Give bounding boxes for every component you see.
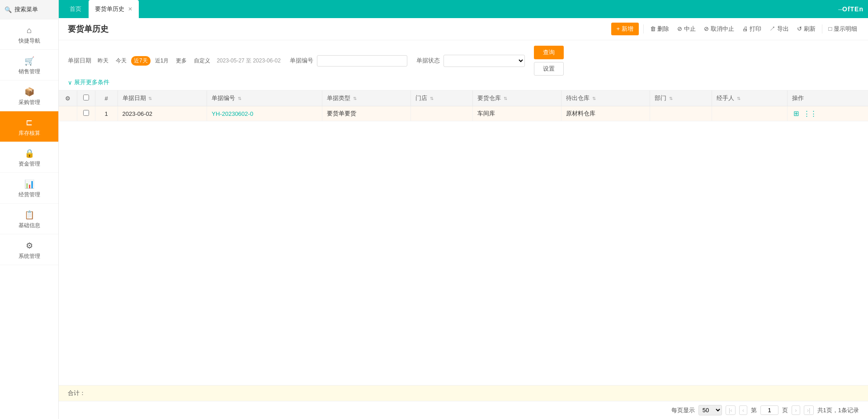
refresh-button[interactable]: ↺ 刷新 — [795, 25, 817, 33]
last-page-button[interactable]: ›| — [804, 405, 814, 415]
doc-number-input[interactable] — [317, 55, 407, 67]
sidebar-item-label: 采购管理 — [19, 99, 40, 106]
select-all-checkbox[interactable] — [83, 95, 89, 100]
settings-button[interactable]: 设置 — [534, 62, 564, 76]
row-operation: ⊞ ⋮⋮ — [787, 106, 868, 121]
prev-page-button[interactable]: ‹ — [739, 405, 747, 415]
sidebar-item-label: 快捷导航 — [19, 37, 40, 45]
view-icon[interactable]: ⊞ — [793, 110, 799, 117]
brand-logo: OfTEn — [842, 5, 863, 13]
date-btn-last7days[interactable]: 近7天 — [131, 56, 151, 66]
row-store — [411, 106, 473, 121]
date-btn-last1month[interactable]: 近1月 — [152, 56, 172, 66]
sidebar-item-quick-nav[interactable]: ⌂ 快捷导航 — [0, 19, 58, 50]
header-actions: + 新增 🗑 删除 ⊘ 中止 ⊘ 取消中止 🖨 打印 ↗ 导出 ↺ 刷新 □ 显… — [611, 23, 859, 35]
col-doc-date[interactable]: 单据日期 ⇅ — [118, 90, 207, 106]
inventory-icon: ⊏ — [26, 118, 33, 128]
new-button[interactable]: + 新增 — [611, 23, 639, 35]
date-filter-label: 单据日期 — [68, 57, 91, 65]
sidebar-item-basicinfo[interactable]: 📋 基础信息 — [0, 204, 58, 234]
col-store[interactable]: 门店 ⇅ — [411, 90, 473, 106]
tab-requisition-history-label: 要货单历史 — [95, 5, 124, 13]
sidebar-item-purchase[interactable]: 📦 采购管理 — [0, 81, 58, 111]
sidebar-search[interactable]: 🔍 搜索菜单 — [0, 0, 58, 19]
export-button[interactable]: ↗ 导出 — [768, 25, 791, 33]
sidebar-search-label: 搜索菜单 — [14, 5, 38, 14]
col-settings[interactable]: ⚙ — [59, 90, 77, 106]
date-btn-custom[interactable]: 自定义 — [191, 56, 213, 66]
data-table: ⚙ # 单据日期 ⇅ 单据编号 — [59, 90, 868, 121]
chevron-down-icon: ∨ — [68, 79, 72, 86]
settings-col-icon: ⚙ — [65, 95, 71, 102]
content-area: 要货单历史 + 新增 🗑 删除 ⊘ 中止 ⊘ 取消中止 🖨 打印 ↗ 导出 ↺ … — [59, 18, 868, 419]
main-area: 首页 要货单历史 ✕ — □ ✕ OfTEn 要货单历史 + 新增 🗑 删除 — [59, 0, 868, 419]
summary-label: 合计： — [68, 390, 85, 396]
delete-button[interactable]: 🗑 删除 — [648, 25, 671, 33]
doc-status-select[interactable] — [443, 55, 525, 67]
tab-home[interactable]: 首页 — [63, 0, 88, 18]
filter-area: 单据日期 昨天 今天 近7天 近1月 更多 自定义 2023-05-27 至 2… — [59, 40, 868, 90]
date-btn-today[interactable]: 今天 — [113, 56, 129, 66]
date-btn-yesterday[interactable]: 昨天 — [95, 56, 111, 66]
col-department[interactable]: 部门 ⇅ — [650, 90, 712, 106]
row-checkbox[interactable] — [83, 110, 89, 116]
sort-icon-req-warehouse: ⇅ — [504, 96, 507, 101]
sort-icon-pending-warehouse: ⇅ — [592, 96, 596, 101]
sidebar-item-sales[interactable]: 🛒 销售管理 — [0, 50, 58, 81]
sidebar-item-finance[interactable]: 🔒 资金管理 — [0, 142, 58, 173]
row-num: 1 — [95, 106, 118, 121]
tab-home-label: 首页 — [70, 5, 81, 13]
show-detail-button[interactable]: □ 显示明细 — [827, 25, 859, 33]
page-number-input[interactable] — [760, 405, 778, 415]
tab-close-icon[interactable]: ✕ — [128, 6, 132, 12]
col-pending-warehouse[interactable]: 待出仓库 ⇅ — [561, 90, 650, 106]
date-range-display: 2023-05-27 至 2023-06-02 — [217, 57, 280, 65]
table-row: 1 2023-06-02 YH-20230602-0 要货单要货 车间库 原材料… — [59, 106, 868, 121]
sidebar-item-inventory[interactable]: ⊏ 库存核算 — [0, 111, 58, 142]
page-header: 要货单历史 + 新增 🗑 删除 ⊘ 中止 ⊘ 取消中止 🖨 打印 ↗ 导出 ↺ … — [59, 18, 868, 40]
first-page-button[interactable]: |‹ — [726, 405, 736, 415]
expand-more-conditions[interactable]: ∨ 展开更多条件 — [68, 78, 859, 86]
sidebar-item-label: 资金管理 — [19, 160, 40, 168]
page-title: 要货单历史 — [68, 24, 108, 34]
print-button[interactable]: 🖨 打印 — [741, 25, 764, 33]
top-bar-right: — □ ✕ OfTEn — [838, 6, 863, 13]
col-doc-type[interactable]: 单据类型 ⇅ — [322, 90, 411, 106]
sidebar-item-operations[interactable]: 📊 经营管理 — [0, 173, 58, 204]
doc-number-link[interactable]: YH-20230602-0 — [212, 110, 253, 117]
col-doc-number[interactable]: 单据编号 ⇅ — [207, 90, 322, 106]
sort-icon-doc-number: ⇅ — [238, 96, 241, 101]
stop-button[interactable]: ⊘ 中止 — [675, 25, 698, 33]
query-button[interactable]: 查询 — [534, 46, 564, 59]
date-btn-more[interactable]: 更多 — [173, 56, 189, 66]
expand-btn-label: 展开更多条件 — [74, 78, 109, 86]
tab-requisition-history[interactable]: 要货单历史 ✕ — [89, 0, 139, 18]
col-checkbox — [77, 90, 95, 106]
search-icon: 🔍 — [5, 6, 12, 13]
col-req-warehouse[interactable]: 要货仓库 ⇅ — [473, 90, 561, 106]
sidebar-item-system[interactable]: ⚙ 系统管理 — [0, 234, 58, 265]
sort-icon-doc-type: ⇅ — [353, 96, 357, 101]
sidebar-item-label: 销售管理 — [19, 68, 40, 76]
total-info: 共1页，1条记录 — [817, 406, 859, 414]
date-quick-buttons: 昨天 今天 近7天 近1月 更多 自定义 — [95, 56, 213, 66]
more-icon[interactable]: ⋮⋮ — [803, 110, 817, 117]
system-icon: ⚙ — [26, 241, 33, 251]
row-doc-type: 要货单要货 — [322, 106, 411, 121]
row-department — [650, 106, 712, 121]
purchase-icon: 📦 — [24, 87, 34, 97]
col-num: # — [95, 90, 118, 106]
page-label-last: 页 — [782, 406, 788, 414]
table-area: ⚙ # 单据日期 ⇅ 单据编号 — [59, 90, 868, 385]
finance-icon: 🔒 — [24, 148, 34, 158]
col-handler[interactable]: 经手人 ⇅ — [712, 90, 787, 106]
top-bar: 首页 要货单历史 ✕ — □ ✕ OfTEn — [59, 0, 868, 18]
page-size-select[interactable]: 50 10 20 100 — [698, 405, 722, 415]
home-icon: ⌂ — [27, 26, 32, 35]
next-page-button[interactable]: › — [792, 405, 800, 415]
row-doc-number: YH-20230602-0 — [207, 106, 322, 121]
cancel-stop-button[interactable]: ⊘ 取消中止 — [702, 25, 736, 33]
row-checkbox-cell — [77, 106, 95, 121]
pagination: 每页显示 50 10 20 100 |‹ ‹ 第 页 › ›| 共1页，1条记录 — [59, 401, 868, 419]
sidebar-item-label: 系统管理 — [19, 252, 40, 260]
